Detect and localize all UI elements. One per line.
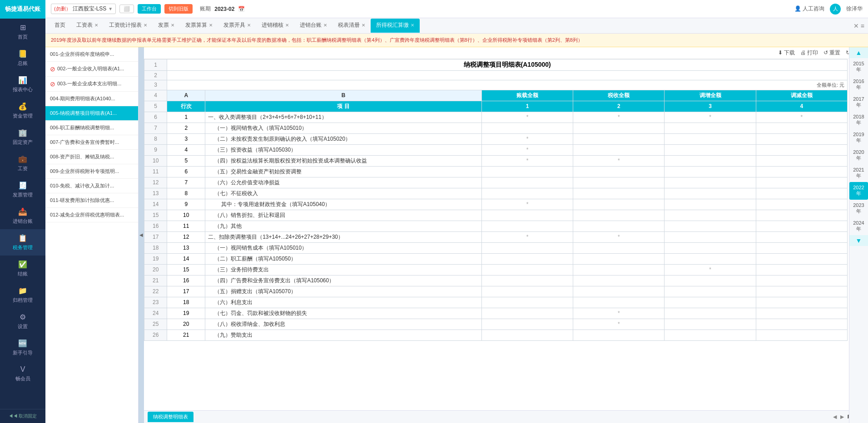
table-row[interactable]: 6 1 一、收入类调整项目（2+3+4+5+6+7+8+10+11） * * *… [144,112,848,123]
sidebar-item-settings[interactable]: ⚙ 设置 [0,308,45,334]
close-icon[interactable]: ✕ [209,23,213,28]
table-row[interactable]: 25 20 （八）税收滞纳金、加收利息 * [144,319,848,330]
year-2023[interactable]: 2023年 [849,200,868,217]
switch-old-button[interactable]: 切到旧版 [164,4,193,14]
reset-button[interactable]: ↺ 重置 [823,49,840,57]
table-row[interactable]: 14 9 其中：专项用途财政性资金（填写A105040） * [144,199,848,210]
year-2019[interactable]: 2019年 [849,129,868,147]
sidebar-item-ledger[interactable]: 📒 总账 [0,45,45,71]
table-row[interactable]: 18 13 （一）视同销售成本（填写A105010） [144,242,848,253]
tab-inbound-ledger[interactable]: 进销台账 ✕ [294,19,332,33]
table-row[interactable]: 12 7 （六）公允价值变动净损益 [144,177,848,188]
tab-salary-report[interactable]: 工资统计报表 ✕ [104,19,153,33]
left-panel-item-011[interactable]: 011-研发费用加计扣除优惠... [45,193,138,208]
close-icon[interactable]: ✕ [362,23,365,28]
sidebar-item-newguide[interactable]: 🆕 新手引导 [0,334,45,361]
table-row[interactable]: 7 2 （一）视同销售收入（填写A105010） [144,123,848,133]
tab-inbound-check[interactable]: 进销稽核 ✕ [256,19,294,33]
close-icon[interactable]: ✕ [285,23,289,28]
sidebar-item-home[interactable]: ⊞ 首页 [0,19,45,45]
table-row[interactable]: 23 18 （六）利息支出 [144,297,848,308]
sheet-title: 纳税调整项目明细表(A105000) [167,59,848,70]
sidebar-item-salary[interactable]: 💼 工资 [0,150,45,177]
left-panel-item-001[interactable]: 001-企业所得税年度纳税申... [45,47,138,62]
table-row[interactable]: 20 15 （三）业务招待费支出 * [144,264,848,275]
consult-btn[interactable]: 👤 人工咨询 [794,5,824,13]
year-2020[interactable]: 2020年 [849,147,868,164]
year-2016[interactable]: 2016年 [849,76,868,93]
sidebar-item-settle[interactable]: ✅ 结账 [0,256,45,282]
close-icon[interactable]: ✕ [247,23,251,28]
sidebar-item-archive[interactable]: 📁 归档管理 [0,282,45,308]
download-button[interactable]: ⬇ 下载 [778,49,795,57]
sidebar-item-report[interactable]: 📊 报表中心 [0,71,45,98]
table-row[interactable]: 8 3 （二）未按权责发生制原则确认的收入（填写A105020） * [144,133,848,144]
scroll-left-icon[interactable]: ◀ [833,414,837,420]
panel-collapse-handle[interactable]: ◀ [139,47,144,423]
left-panel-item-007[interactable]: 007-广告费和业务宣传费暂时... [45,135,138,150]
year-scroll-up[interactable]: ▲ [849,47,868,58]
sidebar-item-fixed[interactable]: 🏢 固定资产 [0,124,45,150]
table-row[interactable]: 13 8 （七）不征税收入 [144,188,848,199]
tab-invoice-calc[interactable]: 发票算算 ✕ [180,19,218,33]
close-icon[interactable]: ✕ [411,23,414,28]
tab-close-all-icon[interactable]: ✕ [853,22,859,30]
left-panel-item-004[interactable]: 004-期间费用明细表(A1040... [45,92,138,106]
year-scroll-down[interactable]: ▼ [849,235,868,246]
bottom-sheet-tab[interactable]: 纳税调整明细表 [148,412,193,422]
tab-tax-list[interactable]: 税表清册 ✕ [332,19,371,33]
left-panel-item-009[interactable]: 009-企业所得税附补专项抵明... [45,164,138,179]
tab-menu-icon[interactable]: ≡ [861,22,864,30]
close-icon[interactable]: ✕ [171,23,174,28]
newguide-icon: 🆕 [18,339,27,348]
left-panel-item-008[interactable]: 008-资产折旧、摊销及纳税... [45,150,138,164]
workbench-button[interactable]: 工作台 [138,4,161,14]
tab-home[interactable]: 首页 [49,19,71,33]
year-2018[interactable]: 2018年 [849,111,868,129]
sidebar-item-label: 新手引导 [13,349,33,356]
close-icon[interactable]: ✕ [94,23,98,28]
print-button[interactable]: 🖨 打印 [800,49,818,57]
sidebar-item-finance[interactable]: 💰 资金管理 [0,98,45,124]
table-row[interactable]: 22 17 （五）捐赠支出（填写A105070） [144,286,848,297]
table-row[interactable]: 21 16 （四）广告费和业务宣传费支出（填写A105060） [144,275,848,286]
sidebar-item-vip[interactable]: V 畅会员 [0,361,45,387]
table-row[interactable]: 24 19 （七）罚金、罚款和被没收财物的损失 * [144,308,848,319]
sidebar-item-tax[interactable]: 📋 税务管理 [0,229,45,256]
sidebar-collapse-btn[interactable]: ◀◀ 取消固定 [0,409,45,423]
tab-invoice[interactable]: 发票 ✕ [153,19,180,33]
print-icon: 🖨 [800,49,806,56]
tab-invoice-open[interactable]: 发票开具 ✕ [218,19,256,33]
scroll-right-icon[interactable]: ▶ [840,414,844,420]
table-row[interactable]: 9 4 （三）投资收益（填写A105030） * [144,144,848,155]
close-icon[interactable]: ✕ [323,23,327,28]
company-selector[interactable]: (勿删） 江西股宝-LSS ▼ [51,4,116,14]
sidebar-item-label: 工资 [18,165,28,172]
table-row[interactable]: 15 10 （八）销售折扣、折让和退回 [144,210,848,221]
table-row[interactable]: 26 21 （九）赞助支出 [144,330,848,340]
tab-salary[interactable]: 工资表 ✕ [71,19,104,33]
left-panel-item-012[interactable]: 012-减免企业所得税优惠明细表... [45,208,138,222]
year-2017[interactable]: 2017年 [849,93,868,111]
table-row[interactable]: 17 12 二、扣除类调整项目（13+14+...24+26+27+28+29+… [144,231,848,242]
copy-button[interactable]: ⬜ [119,5,134,13]
close-icon[interactable]: ✕ [144,23,147,28]
sidebar-item-invoice[interactable]: 🧾 发票管理 [0,177,45,203]
left-panel-item-006[interactable]: 006-职工薪酬纳税调整明细... [45,121,138,135]
table-row[interactable]: 16 11 （九）其他 [144,221,848,231]
sidebar-item-inbound[interactable]: 📥 进销台账 [0,203,45,229]
year-2022[interactable]: 2022年 [849,182,868,200]
left-panel-item-002[interactable]: ⊘ 002-一般企业收入明细表(A1... [45,62,138,77]
table-row[interactable]: 11 6 （五）交易性金融资产初始投资调整 [144,166,848,177]
year-2015[interactable]: 2015年 [849,58,868,76]
topbar-right: 👤 人工咨询 人 徐泽华 [794,4,863,15]
year-2021[interactable]: 2021年 [849,164,868,182]
left-panel-item-005[interactable]: 005-纳税调整项目明细表(A1... [45,106,138,121]
table-row[interactable]: 10 5 （四）按权益法核算长期股权投资对初始投资成本调整确认收益 * * [144,155,848,166]
tab-income-tax[interactable]: 所得税汇算缴 ✕ [371,19,420,33]
left-panel-item-010[interactable]: 010-免税、减计收入及加计... [45,179,138,193]
left-panel-item-003[interactable]: ⊘ 003-一般企业成本支出明细... [45,77,138,92]
spreadsheet-wrapper[interactable]: 1 纳税调整项目明细表(A105000) 2 3 全额单位: 元 [144,59,868,411]
year-2024[interactable]: 2024年 [849,217,868,235]
table-row[interactable]: 19 14 （二）职工薪酬（填写A105050） [144,253,848,264]
